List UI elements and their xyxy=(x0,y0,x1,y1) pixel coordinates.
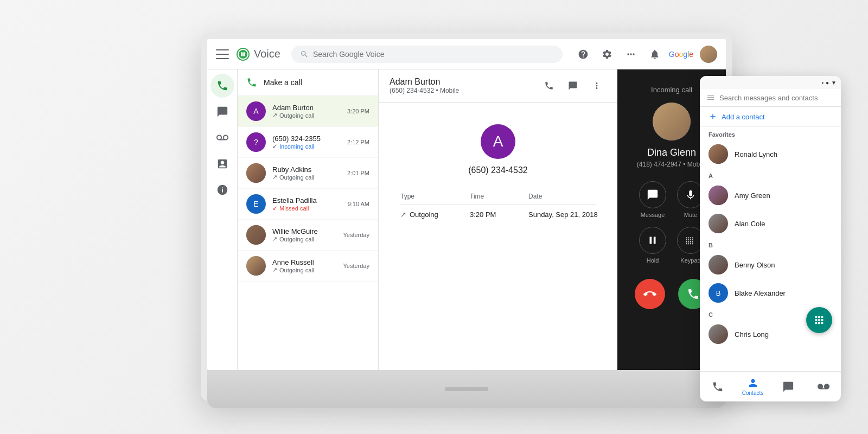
contact-list-item[interactable]: B Blake Alexander xyxy=(700,279,841,307)
sidebar-item-messages[interactable] xyxy=(210,100,234,124)
call-list-item[interactable]: E Estella Padilla ↙ Missed call 9:10 AM xyxy=(238,189,378,220)
call-item-time: 2:12 PM xyxy=(347,139,369,145)
search-input[interactable] xyxy=(313,50,554,59)
mobile-voicemail-icon xyxy=(818,381,829,393)
call-list-item[interactable]: Ruby Adkins ↗ Outgoing call 2:01 PM xyxy=(238,158,378,189)
add-icon xyxy=(709,112,717,121)
apps-button[interactable] xyxy=(621,44,641,64)
call-action-phone[interactable] xyxy=(539,76,559,95)
sidebar-item-voicemail[interactable] xyxy=(210,126,234,150)
call-item-name: (650) 324-2355 xyxy=(272,135,347,143)
col-time: Time xyxy=(470,193,524,200)
search-bar[interactable] xyxy=(291,46,563,63)
call-log-rows: ↗Outgoing 3:20 PM Sunday, Sep 21, 2018 3… xyxy=(400,205,596,224)
message-ctrl-button[interactable]: Message xyxy=(639,181,666,218)
call-list-item[interactable]: Willie McGuire ↗ Outgoing call Yesterday xyxy=(238,220,378,251)
user-avatar[interactable] xyxy=(700,46,717,63)
call-item-type: ↗ Outgoing call xyxy=(272,235,343,242)
call-item-type: ↗ Outgoing call xyxy=(272,266,343,273)
sidebar-item-archive[interactable] xyxy=(210,152,234,176)
keypad-ctrl-label: Keypad xyxy=(680,257,700,264)
hold-ctrl-icon xyxy=(639,227,666,254)
mobile-nav-contacts-label: Contacts xyxy=(742,390,763,396)
call-item-avatar xyxy=(246,163,266,183)
mobile-search-bar[interactable] xyxy=(700,89,841,107)
call-item-name: Willie McGuire xyxy=(272,227,343,235)
call-action-message[interactable] xyxy=(563,76,583,95)
call-list: Make a call A Adam Burton ↗ Outgoing cal… xyxy=(238,69,379,370)
call-list-item[interactable]: A Adam Burton ↗ Outgoing call 3:20 PM xyxy=(238,96,378,127)
col-type: Type xyxy=(400,193,465,200)
detail-contact-name: Adam Burton xyxy=(390,77,459,87)
call-item-avatar: ? xyxy=(246,132,266,152)
caller-number: (418) 474-2947 • Mobile xyxy=(637,161,706,168)
sidebar-item-calls[interactable] xyxy=(210,74,234,98)
call-log-row: ↗Outgoing 3:20 PM Sunday, Sep 21, 2018 3… xyxy=(400,205,596,224)
mobile-search-input[interactable] xyxy=(719,94,834,102)
call-item-time: 3:20 PM xyxy=(347,108,369,114)
call-item-time: 2:01 PM xyxy=(347,170,369,176)
app-title: Voice xyxy=(254,48,280,60)
detail-phone-display: (650) 234-4532 xyxy=(468,165,527,175)
help-button[interactable] xyxy=(573,44,593,64)
contact-list-item[interactable]: Amy Green xyxy=(700,181,841,209)
call-log-header: Type Time Date Duration xyxy=(400,188,596,205)
settings-button[interactable] xyxy=(597,44,617,64)
mobile-nav-voicemail[interactable] xyxy=(806,372,841,401)
call-item-type: ↗ Outgoing call xyxy=(272,112,347,119)
search-icon xyxy=(300,50,309,59)
contacts-section: Favorites Ronald Lynch A Amy Green Alan … xyxy=(700,127,841,371)
hold-ctrl-label: Hold xyxy=(647,257,659,264)
call-item-time: Yesterday xyxy=(343,232,369,238)
google-logo: Google xyxy=(669,50,693,59)
call-list-item[interactable]: Anne Russell ↗ Outgoing call Yesterday xyxy=(238,251,378,282)
row-type: ↗Outgoing xyxy=(400,210,465,219)
make-call-button[interactable]: Make a call xyxy=(238,69,378,96)
voice-logo-icon xyxy=(235,47,251,62)
contact-avatar: B xyxy=(709,283,728,303)
mobile-nav-contacts[interactable]: Contacts xyxy=(735,372,770,401)
sidebar xyxy=(207,69,238,370)
call-detail-panel: Adam Burton (650) 234-4532 • Mobile xyxy=(379,69,617,370)
mobile-nav-calls[interactable] xyxy=(700,372,735,401)
call-item-name: Ruby Adkins xyxy=(272,165,347,174)
call-list-item[interactable]: ? (650) 324-2355 ↙ Incoming call 2:12 PM xyxy=(238,127,378,158)
call-item-avatar xyxy=(246,225,266,245)
contact-avatar xyxy=(709,186,728,205)
row-date: Sunday, Sep 21, 2018 xyxy=(528,210,617,219)
mobile-nav-messages[interactable] xyxy=(770,372,806,401)
contact-avatar xyxy=(709,214,728,233)
caller-photo xyxy=(653,103,691,141)
call-item-type: ↗ Outgoing call xyxy=(272,174,347,181)
contact-name: Chris Long xyxy=(735,330,769,339)
contact-list-item[interactable]: Benny Olson xyxy=(700,251,841,279)
call-item-type: ↙ Incoming call xyxy=(272,143,347,150)
contact-name: Benny Olson xyxy=(735,261,775,269)
menu-button[interactable] xyxy=(216,49,229,59)
col-date: Date xyxy=(528,193,617,200)
call-item-name: Adam Burton xyxy=(272,104,347,112)
add-contact-button[interactable]: Add a contact xyxy=(700,107,841,127)
detail-contact-number: (650) 234-4532 • Mobile xyxy=(390,87,459,94)
mobile-contacts-icon xyxy=(747,377,759,389)
call-item-time: 9:10 AM xyxy=(348,201,369,207)
contact-name: Blake Alexander xyxy=(735,289,786,297)
call-action-more[interactable] xyxy=(587,76,607,95)
sidebar-item-info[interactable] xyxy=(210,178,234,202)
call-item-type: ↙ Missed call xyxy=(272,205,348,212)
contact-avatar xyxy=(709,324,728,344)
contact-list-item[interactable]: Ronald Lynch xyxy=(700,140,841,168)
mobile-app-overlay: ▪●▼ Add a contact Favorites Ronald Lynch… xyxy=(700,76,841,401)
contact-name: Amy Green xyxy=(735,192,770,200)
fab-button[interactable] xyxy=(806,307,832,333)
call-item-name: Estella Padilla xyxy=(272,196,348,205)
contact-name: Ronald Lynch xyxy=(735,150,777,158)
hold-ctrl-button[interactable]: Hold xyxy=(639,227,666,264)
contact-list-item[interactable]: Alan Cole xyxy=(700,209,841,238)
mobile-bottom-nav: Contacts xyxy=(700,371,841,401)
mobile-phone-icon xyxy=(712,381,724,393)
notifications-button[interactable] xyxy=(645,44,665,64)
caller-name: Dina Glenn xyxy=(647,147,696,158)
row-time: 3:20 PM xyxy=(470,210,524,219)
decline-call-button[interactable] xyxy=(635,279,665,309)
